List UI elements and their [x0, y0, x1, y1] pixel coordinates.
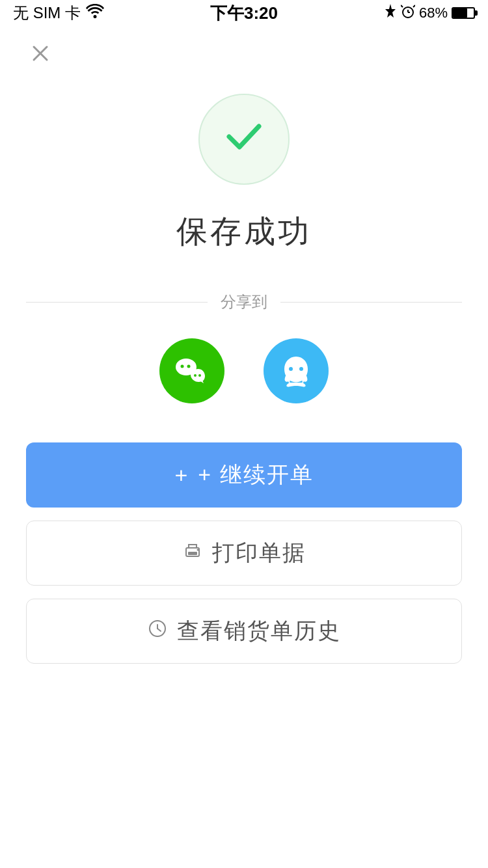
- success-title: 保存成功: [176, 211, 312, 252]
- main-content: 保存成功 分享到: [0, 81, 488, 868]
- status-bar: 无 SIM 卡 下午3:20 68%: [0, 0, 488, 26]
- check-icon: [221, 113, 267, 166]
- share-section: 分享到: [0, 292, 488, 442]
- wifi-icon: [86, 4, 104, 22]
- share-qq-button[interactable]: [264, 338, 329, 403]
- alarm-icon: [401, 4, 415, 22]
- svg-point-9: [198, 374, 201, 377]
- view-history-button[interactable]: 查看销货单历史: [26, 599, 462, 664]
- svg-point-6: [181, 365, 184, 368]
- close-button[interactable]: [26, 39, 55, 68]
- print-label: 打印单据: [212, 538, 306, 568]
- share-icons: [26, 338, 462, 403]
- divider-line-right: [280, 302, 462, 303]
- plus-icon: +: [174, 463, 189, 488]
- print-button[interactable]: 打印单据: [26, 521, 462, 586]
- close-button-wrap: [0, 26, 488, 81]
- battery-percent: 68%: [419, 5, 448, 21]
- share-label: 分享到: [221, 292, 267, 312]
- location-icon: [384, 4, 397, 22]
- printer-icon: [182, 540, 203, 566]
- continue-order-button[interactable]: + + 继续开单: [26, 442, 462, 508]
- svg-line-17: [157, 629, 161, 631]
- svg-point-14: [197, 549, 199, 551]
- battery-icon: [452, 7, 475, 19]
- share-wechat-button[interactable]: [159, 338, 224, 403]
- svg-point-7: [187, 365, 191, 368]
- history-label: 查看销货单历史: [177, 616, 341, 646]
- share-divider: 分享到: [26, 292, 462, 312]
- status-left: 无 SIM 卡: [13, 3, 104, 23]
- success-circle: [198, 94, 290, 185]
- clock-icon: [147, 618, 168, 644]
- status-right: 68%: [384, 4, 475, 22]
- divider-line-left: [26, 302, 208, 303]
- svg-point-11: [299, 367, 303, 371]
- action-buttons: + + 继续开单 打印单据 查看销货单: [0, 442, 488, 664]
- sim-text: 无 SIM 卡: [13, 3, 81, 23]
- svg-point-10: [289, 367, 293, 371]
- time-display: 下午3:20: [210, 2, 278, 25]
- svg-rect-13: [188, 552, 197, 555]
- svg-point-8: [194, 374, 197, 377]
- continue-order-label: + 继续开单: [198, 460, 313, 490]
